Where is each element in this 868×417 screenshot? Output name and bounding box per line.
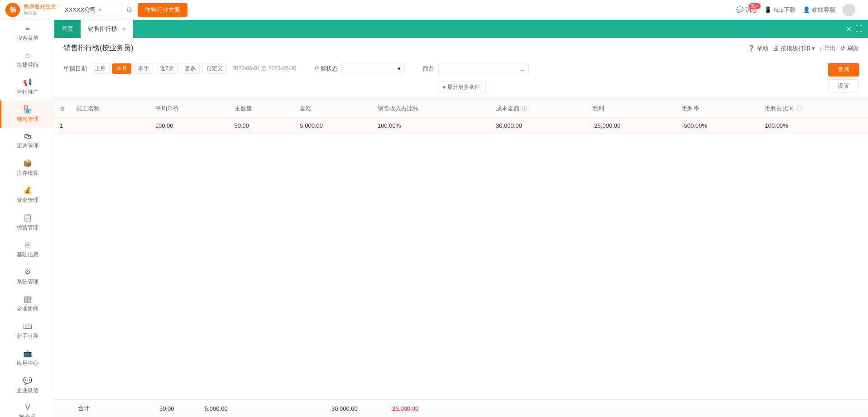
logo-icon: 畅 [5, 3, 20, 17]
tab-home[interactable]: 首页 [54, 20, 81, 38]
sidebar-label-marketing: 营销推广 [17, 88, 38, 96]
expand-row: ▾ 展开更多条件 [63, 78, 859, 95]
gross-pct-help-icon[interactable]: ⓘ [796, 106, 801, 111]
th-gross: 毛利 [587, 100, 676, 118]
print-button[interactable]: 🖨 按模板打印 ▾ [773, 44, 815, 53]
sidebar-label-basic: 基础信息 [17, 251, 38, 259]
right-buttons: 查询 设置 [828, 63, 859, 93]
print-arrow-icon: ▾ [812, 45, 815, 52]
help-button[interactable]: ❓ 帮助 [748, 44, 768, 53]
date-btn-this-year[interactable]: 本年 [134, 63, 153, 74]
search-menu-icon: ≡ [25, 24, 29, 33]
sidebar-item-appstore[interactable]: 📺 应用中心 [0, 345, 54, 372]
tab-bar-right: ✕ ⛶ [846, 25, 868, 34]
settings-icon[interactable]: ⚙ [126, 5, 132, 14]
settings-button[interactable]: 设置 [828, 79, 859, 93]
th-settings: ⚙ [54, 100, 71, 118]
export-icon: ↓ [820, 45, 823, 52]
sidebar-item-operations[interactable]: 📋 经营管理 [0, 209, 54, 236]
sidebar-label-purchase: 采购管理 [17, 142, 38, 150]
purchase-icon: 🛍 [24, 132, 31, 140]
sidebar: ≡ 搜索菜单 ⌂ 快捷导航 📢 营销推广 🏪 销售管理 🛍 采购管理 📦 库存核… [0, 20, 54, 417]
date-btn-7days[interactable]: 近7天 [156, 63, 178, 74]
sales-rank-tab-label: 销售排行榜 [88, 25, 117, 33]
filter-line-1: 单据日期 上月 本月 本年 近7天 更多 自定义 2023-06-01 至 20… [63, 63, 859, 74]
date-btn-last-month[interactable]: 上月 [91, 63, 110, 74]
message-button[interactable]: 💬 消息 99+ [736, 6, 757, 14]
sidebar-label-operations: 经营管理 [17, 224, 38, 231]
sidebar-label-quick-nav: 快捷导航 [17, 61, 38, 69]
th-avg-price: 平均单价 [150, 100, 229, 118]
logo-text: 畅康通好生意 [24, 3, 56, 10]
th-cost: 成本全额 ⓘ [490, 100, 587, 118]
refresh-button[interactable]: ↺ 刷新 [840, 44, 859, 53]
date-range: 2023-06-01 至 2023-06-30 [232, 65, 296, 72]
th-gross-rate: 毛利率 [676, 100, 759, 118]
home-tab-label: 首页 [62, 25, 73, 33]
appstore-icon: 📺 [23, 349, 32, 358]
footer-cost: 30,000.00 [331, 405, 390, 412]
sidebar-item-system[interactable]: ⚙ 系统管理 [0, 263, 54, 290]
sidebar-item-search[interactable]: ≡ 搜索菜单 [0, 20, 54, 47]
td-gross-pct: 100.00% [759, 118, 868, 134]
sales-icon: 🏪 [23, 105, 32, 114]
sidebar-item-member[interactable]: V 畅会员 [0, 399, 54, 417]
footer-gross: -25,000.00 [390, 405, 445, 412]
page-header: 销售排行榜(按业务员) ❓ 帮助 🖨 按模板打印 ▾ ↓ 导出 [54, 38, 868, 58]
sidebar-item-finance[interactable]: 💰 资金管理 [0, 182, 54, 209]
table-row: 1 100.00 50.00 5,000.00 100.00% 30,000.0… [54, 118, 868, 134]
table-settings-icon[interactable]: ⚙ [60, 105, 65, 112]
app-download-button[interactable]: 📱 App下载 [764, 6, 796, 14]
main-layout: ≡ 搜索菜单 ⌂ 快捷导航 📢 营销推广 🏪 销售管理 🛍 采购管理 📦 库存核… [0, 20, 868, 417]
table-wrapper: ⚙ 员工名称 平均单价 主数量 全额 销售收入占比% 成本全额 ⓘ 毛利 [54, 100, 868, 399]
logo-sub: 标准版 [24, 10, 56, 16]
tab-sales-rank[interactable]: 销售排行榜 ✕ [81, 20, 133, 38]
top-bar-right: 💬 消息 99+ 📱 App下载 👤 在线客服 [736, 4, 863, 16]
cost-help-icon[interactable]: ⓘ [522, 106, 527, 111]
th-qty: 主数量 [229, 100, 295, 118]
goods-more-icon: ... [520, 65, 525, 72]
expand-icon: ▾ [443, 84, 446, 91]
export-button[interactable]: ↓ 导出 [820, 44, 836, 53]
status-arrow-icon: ▾ [398, 65, 401, 72]
trial-button[interactable]: 体验行业方案 [138, 3, 187, 17]
date-btn-this-month[interactable]: 本月 [112, 63, 131, 74]
avatar[interactable] [843, 4, 855, 16]
goods-input[interactable]: ... [438, 63, 529, 74]
service-icon: 👤 [803, 6, 810, 13]
sidebar-item-basic[interactable]: ⊞ 基础信息 [0, 236, 54, 263]
help-icon: ❓ [748, 45, 755, 52]
tab-close-icon[interactable]: ✕ [122, 26, 126, 32]
online-service-button[interactable]: 👤 在线客服 [803, 6, 835, 14]
td-avg-price: 100.00 [150, 118, 229, 134]
refresh-icon: ↺ [840, 45, 845, 52]
td-gross-rate: -500.00% [676, 118, 759, 134]
member-icon: V [25, 403, 30, 412]
sidebar-label-sales: 销售管理 [17, 115, 38, 123]
date-btn-more[interactable]: 更多 [181, 63, 200, 74]
status-select[interactable]: ▾ [341, 63, 405, 74]
td-gross: -25,000.00 [587, 118, 676, 134]
th-sales-pct: 销售收入占比% [372, 100, 490, 118]
sidebar-item-wechat[interactable]: 💬 企业微信 [0, 372, 54, 399]
sidebar-item-guide[interactable]: 📖 新手引导 [0, 317, 54, 345]
tab-expand-btn[interactable]: ⛶ [855, 25, 863, 33]
td-amount: 5,000.00 [294, 118, 372, 134]
date-btn-custom[interactable]: 自定义 [202, 63, 227, 74]
sidebar-item-purchase[interactable]: 🛍 采购管理 [0, 128, 54, 154]
sidebar-item-enterprise[interactable]: 🏢 企业协同 [0, 290, 54, 317]
home-icon: ⌂ [25, 51, 30, 59]
query-button[interactable]: 查询 [828, 63, 859, 77]
td-sales-pct: 100.00% [372, 118, 490, 134]
sidebar-item-sales[interactable]: 🏪 销售管理 [0, 101, 54, 128]
tab-close-btn[interactable]: ✕ [846, 25, 852, 34]
company-selector[interactable]: XXXXX公司 ▾ [60, 4, 123, 16]
sidebar-label-system: 系统管理 [17, 278, 38, 286]
page-title: 销售排行榜(按业务员) [63, 43, 134, 53]
wechat-icon: 💬 [23, 376, 32, 385]
sidebar-item-marketing[interactable]: 📢 营销推广 [0, 73, 54, 101]
footer-label: 合计 [78, 404, 159, 412]
sidebar-item-inventory[interactable]: 📦 库存核算 [0, 154, 54, 182]
sidebar-item-quick-nav[interactable]: ⌂ 快捷导航 [0, 47, 54, 73]
expand-button[interactable]: ▾ 展开更多条件 [437, 81, 486, 93]
